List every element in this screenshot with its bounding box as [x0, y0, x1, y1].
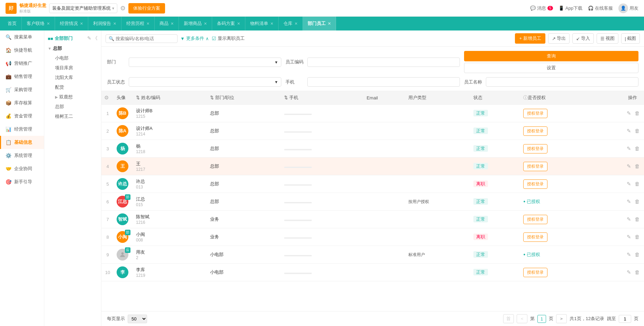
nav-tab-商品[interactable]: 商品✕ — [155, 17, 179, 30]
online-service-item[interactable]: 🎧 在线客服 — [588, 5, 613, 11]
auth-button[interactable]: 授权登录 — [523, 144, 547, 153]
sidebar-item-guide[interactable]: 🎯 新手引导 — [0, 175, 44, 188]
app-download-item[interactable]: 📱 App下载 — [559, 5, 582, 11]
all-dept-label[interactable]: ■■ 全部部门 — [48, 35, 73, 42]
sidebar-item-sales[interactable]: 💼 销售管理 — [0, 70, 44, 83]
nav-tab-close-icon[interactable]: ✕ — [204, 21, 207, 26]
edit-icon[interactable]: ✎ — [627, 128, 631, 134]
delete-icon[interactable]: 🗑 — [635, 216, 640, 222]
nav-tab-close-icon[interactable]: ✕ — [113, 21, 116, 26]
delete-icon[interactable]: 🗑 — [635, 234, 640, 240]
nav-tab-新增商品[interactable]: 新增商品✕ — [179, 17, 212, 30]
nav-tab-条码方案[interactable]: 条码方案✕ — [212, 17, 245, 30]
sidebar-item-inventory[interactable]: 📦 库存核算 — [0, 96, 44, 109]
edit-dept-icon[interactable]: ✎ — [87, 35, 91, 42]
delete-icon[interactable]: 🗑 — [635, 128, 640, 134]
sidebar-item-basic[interactable]: 📋 基础信息 — [0, 136, 44, 149]
trial-button[interactable]: 体验行业方案 — [128, 3, 165, 14]
page-size-select[interactable]: 50 100 — [128, 315, 147, 323]
delete-icon[interactable]: 🗑 — [635, 199, 640, 204]
first-page-button[interactable]: 首 — [503, 314, 514, 323]
auth-button[interactable]: 授权登录 — [523, 232, 547, 242]
sidebar-item-purchase[interactable]: 🛒 采购管理 — [0, 83, 44, 96]
sidebar-item-shortcut[interactable]: 🏠 快捷导航 — [0, 44, 44, 57]
tree-item[interactable]: 小电部 — [44, 53, 101, 63]
nav-tab-close-icon[interactable]: ✕ — [294, 21, 298, 26]
nav-tab-close-icon[interactable]: ✕ — [270, 21, 273, 26]
user-item[interactable]: 👤 用友 — [618, 3, 638, 13]
edit-icon[interactable]: ✎ — [627, 146, 631, 151]
auth-button[interactable]: 授权登录 — [523, 179, 547, 189]
auth-button[interactable]: 授权登录 — [523, 268, 547, 277]
tree-item[interactable]: 项目库房 — [44, 63, 101, 73]
show-resigned-toggle[interactable]: ☑ 显示离职员工 — [212, 35, 245, 42]
filter-btn[interactable]: ▼ 更多条件 ∧ — [180, 35, 209, 42]
phone-input[interactable] — [307, 77, 460, 87]
tree-item[interactable]: 总部 — [44, 102, 101, 112]
nav-tab-客户联络[interactable]: 客户联络✕ — [22, 17, 55, 30]
nav-tab-close-icon[interactable]: ✕ — [171, 21, 174, 26]
tree-item[interactable]: 配货 — [44, 82, 101, 92]
edit-icon[interactable]: ✎ — [627, 252, 631, 257]
import-button[interactable]: ↙ 导入 — [572, 33, 594, 44]
form-settings-button[interactable]: 设置 — [464, 63, 638, 73]
nav-tab-经营情况[interactable]: 经营情况✕ — [55, 17, 88, 30]
delete-icon[interactable]: 🗑 — [635, 252, 640, 257]
view-button[interactable]: ☰ 视图 — [597, 33, 618, 44]
sidebar-item-finance[interactable]: 💰 资金管理 — [0, 109, 44, 123]
edit-icon[interactable]: ✎ — [627, 199, 631, 204]
emp-status-select[interactable]: ▾ — [129, 77, 281, 87]
nav-tab-利润报告[interactable]: 利润报告✕ — [88, 17, 121, 30]
emp-code-input[interactable] — [307, 58, 460, 67]
nav-tab-仓库[interactable]: 仓库✕ — [279, 17, 303, 30]
auth-button[interactable]: 授权登录 — [523, 215, 547, 224]
edit-icon[interactable]: ✎ — [627, 269, 631, 275]
nav-tab-close-icon[interactable]: ✕ — [237, 21, 240, 26]
export-button[interactable]: ↗ 导出 — [548, 33, 570, 44]
tree-item[interactable]: 植树王二 — [44, 112, 101, 121]
settings-icon[interactable]: ⚙ — [120, 5, 126, 12]
page-jump-input[interactable] — [619, 315, 631, 323]
delete-icon[interactable]: 🗑 — [635, 163, 640, 169]
search-button[interactable]: 查询 — [464, 51, 638, 61]
nav-tab-经营历程[interactable]: 经营历程✕ — [121, 17, 155, 30]
message-item[interactable]: 💬 消息 5 — [530, 5, 553, 11]
delete-icon[interactable]: 🗑 — [635, 110, 640, 116]
add-employee-button[interactable]: + 新增员工 — [515, 33, 545, 44]
edit-icon[interactable]: ✎ — [627, 216, 631, 222]
system-select[interactable]: 装备及固定资产辅助管理系统 ▾ — [49, 3, 117, 13]
collapse-icon[interactable]: 《 — [93, 35, 98, 42]
sidebar-item-collab[interactable]: 🤝 企业协同 — [0, 162, 44, 175]
nav-tab-部门员工[interactable]: 部门员工✕ — [303, 17, 336, 30]
edit-icon[interactable]: ✎ — [627, 181, 631, 187]
more-button[interactable]: | 截图 — [621, 33, 640, 44]
search-input[interactable] — [116, 36, 174, 41]
auth-button[interactable]: 授权登录 — [523, 109, 547, 118]
sidebar-item-search[interactable]: 🔍 搜索菜单 — [0, 30, 44, 44]
table-settings-icon[interactable]: ⚙ — [104, 95, 109, 100]
delete-icon[interactable]: 🗑 — [635, 146, 640, 151]
nav-tab-close-icon[interactable]: ✕ — [146, 21, 149, 26]
sidebar-item-marketing[interactable]: 📢 营销推广 — [0, 57, 44, 70]
edit-icon[interactable]: ✎ — [627, 110, 631, 116]
sidebar-item-operation[interactable]: 📊 经营管理 — [0, 123, 44, 136]
tree-item[interactable]: ▼总部 — [44, 44, 101, 53]
auth-button[interactable]: 授权登录 — [523, 126, 547, 136]
dept-select[interactable]: ▾ — [129, 58, 281, 67]
nav-tab-close-icon[interactable]: ✕ — [47, 21, 50, 26]
delete-icon[interactable]: 🗑 — [635, 181, 640, 187]
next-page-button[interactable]: ＞ — [556, 314, 567, 323]
tree-item[interactable]: 沈阳大库 — [44, 73, 101, 82]
tree-item[interactable]: ▶双鹿想 — [44, 92, 101, 102]
auth-button[interactable]: 授权登录 — [523, 162, 547, 171]
emp-name-input[interactable] — [486, 77, 638, 87]
nav-tab-close-icon[interactable]: ✕ — [80, 21, 83, 26]
edit-icon[interactable]: ✎ — [627, 234, 631, 240]
delete-icon[interactable]: 🗑 — [635, 269, 640, 275]
nav-tab-close-icon[interactable]: ✕ — [328, 21, 331, 26]
edit-icon[interactable]: ✎ — [627, 163, 631, 169]
sidebar-item-system[interactable]: ⚙️ 系统管理 — [0, 149, 44, 162]
nav-tab-物料清单[interactable]: 物料清单✕ — [245, 17, 279, 30]
prev-page-button[interactable]: ＜ — [517, 314, 527, 323]
nav-tab-首页[interactable]: 首页 — [3, 17, 22, 30]
